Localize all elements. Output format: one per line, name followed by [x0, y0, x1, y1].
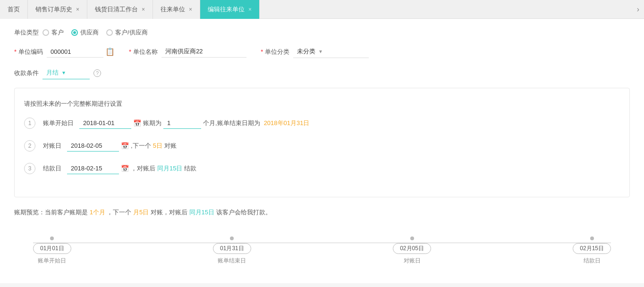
timeline-label-1: 账单结束日 [218, 257, 246, 265]
tab-partner-units-close[interactable]: × [189, 6, 192, 13]
tab-edit-partner[interactable]: 编辑往来单位 × [200, 0, 260, 19]
step-2-calendar-icon[interactable]: 📅 [121, 142, 129, 150]
step-3-calendar-icon[interactable]: 📅 [121, 165, 129, 172]
radio-supplier[interactable]: 供应商 [71, 28, 99, 37]
timeline: 01月01日 账单开始日 01月31日 账单结束日 02月05日 对账日 02月… [14, 227, 630, 270]
timeline-badge-1: 01月31日 [213, 243, 251, 254]
tab-home[interactable]: 首页 [0, 0, 28, 19]
payment-terms-arrow: ▾ [62, 69, 65, 76]
step-2-label: 对账日 [43, 142, 61, 150]
radio-customer-label: 客户 [51, 28, 64, 37]
step-3-row: 3 结款日 📅 ，对账后 同月15日 结款 [24, 163, 620, 174]
timeline-dot-2 [410, 236, 414, 240]
payment-terms-value: 月结 [46, 68, 59, 77]
unit-name-group: * 单位名称 [129, 46, 246, 58]
step-3-prefix: ，对账后 [131, 164, 155, 173]
step-3-num: 3 [24, 163, 35, 174]
radio-customer[interactable]: 客户 [42, 28, 64, 37]
unit-category-arrow: ▾ [319, 48, 322, 55]
radio-customer-circle [42, 29, 49, 36]
step-1-period-input[interactable] [163, 118, 201, 129]
timeline-node-0: 01月01日 账单开始日 [33, 236, 71, 265]
step-1-date-input[interactable] [79, 118, 131, 129]
unit-category-value: 未分类 [297, 47, 315, 56]
preview-mid: ，下一个 [107, 209, 131, 216]
unit-category-select[interactable]: 未分类 ▾ [293, 45, 369, 58]
timeline-label-2: 对账日 [404, 257, 421, 265]
radio-both-circle [106, 29, 113, 36]
timeline-label-3: 结款日 [584, 257, 601, 265]
step-3-date-input[interactable] [67, 163, 119, 174]
radio-both-label: 客户/供应商 [115, 28, 148, 37]
tab-home-label: 首页 [8, 5, 20, 14]
unit-code-icon[interactable]: 📋 [105, 47, 115, 56]
panel-title: 请按照未来的一个完整帐期进行设置 [24, 100, 620, 108]
tab-cash-workbench[interactable]: 钱货日清工作台 × [87, 0, 153, 19]
radio-both[interactable]: 客户/供应商 [106, 28, 148, 37]
step-3-label: 结款日 [43, 164, 61, 173]
main-content: 单位类型 客户 供应商 客户/供应商 * 单位编码 📋 * [0, 19, 644, 283]
tab-cash-workbench-close[interactable]: × [142, 6, 145, 13]
tab-partner-units[interactable]: 往来单位 × [153, 0, 200, 19]
step-3-suffix: 结款 [184, 164, 196, 173]
tab-partner-units-label: 往来单位 [161, 5, 185, 14]
timeline-line [33, 243, 611, 243]
step-2-suffix: 对账 [164, 142, 177, 150]
payment-terms-row: 收款条件 月结 ▾ ? [14, 67, 630, 79]
timeline-badge-0: 01月01日 [33, 243, 71, 254]
preview-text: 账期预览：当前客户账期是 1个月 ，下一个 月5日 对账，对账后 同月15日 该… [14, 207, 630, 218]
tab-sales-history-label: 销售订单历史 [35, 5, 72, 14]
step-1-num: 1 [24, 118, 35, 129]
unit-category-star: * [261, 48, 263, 55]
step-1-period-unit: 个月,账单结束日期为 [203, 119, 260, 127]
unit-category-label: 单位分类 [265, 48, 289, 56]
tab-edit-partner-close[interactable]: × [248, 6, 252, 13]
unit-type-row: 单位类型 客户 供应商 客户/供应商 [14, 28, 630, 37]
radio-supplier-label: 供应商 [80, 28, 99, 37]
timeline-dot-1 [230, 236, 234, 240]
timeline-label-0: 账单开始日 [38, 257, 66, 265]
settings-panel: 请按照未来的一个完整帐期进行设置 1 账单开始日 📅 账期为 个月,账单结束日期… [14, 88, 630, 197]
step-2-prefix: ,下一个 [131, 142, 151, 150]
step-1-row: 1 账单开始日 📅 账期为 个月,账单结束日期为 2018年01月31日 [24, 118, 620, 129]
tabs-bar: 首页 销售订单历史 × 钱货日清工作台 × 往来单位 × 编辑往来单位 × › [0, 0, 644, 19]
step-2-num: 2 [24, 140, 35, 152]
tab-edit-partner-label: 编辑往来单位 [208, 5, 245, 14]
radio-supplier-circle [71, 29, 78, 36]
timeline-badge-2: 02月05日 [393, 243, 431, 254]
step-2-date-input[interactable] [67, 140, 119, 152]
tab-sales-history-close[interactable]: × [76, 6, 79, 13]
tab-cash-workbench-label: 钱货日清工作台 [95, 5, 138, 14]
unit-code-group: * 单位编码 📋 [14, 46, 115, 58]
payment-terms-help[interactable]: ? [93, 69, 101, 77]
tab-sales-history[interactable]: 销售订单历史 × [28, 0, 87, 19]
timeline-badge-3: 02月15日 [573, 243, 611, 254]
preview-prefix: 账期预览：当前客户账期是 [14, 209, 88, 216]
unit-name-label: 单位名称 [133, 48, 158, 56]
code-name-category-row: * 单位编码 📋 * 单位名称 * 单位分类 未分类 ▾ [14, 45, 630, 58]
unit-type-radio-group: 客户 供应商 客户/供应商 [42, 28, 148, 37]
step-1-calendar-icon[interactable]: 📅 [133, 119, 141, 127]
unit-category-group: * 单位分类 未分类 ▾ [261, 45, 369, 58]
preview-mid2: 对账，对账后 [151, 209, 187, 216]
payment-terms-label: 收款条件 [14, 69, 39, 77]
timeline-node-2: 02月05日 对账日 [393, 236, 431, 265]
tab-overflow-arrow[interactable]: › [632, 5, 644, 14]
step-3-highlight: 同月15日 [157, 164, 182, 173]
timeline-dot-0 [50, 236, 54, 240]
unit-name-star: * [129, 48, 131, 55]
step-2-highlight: 5日 [153, 142, 162, 150]
timeline-node-3: 02月15日 结款日 [573, 236, 611, 265]
unit-name-input[interactable] [161, 46, 246, 58]
preview-payment: 同月15日 [189, 209, 214, 216]
payment-terms-select[interactable]: 月结 ▾ [42, 67, 90, 79]
unit-code-input[interactable] [47, 46, 103, 58]
step-2-row: 2 对账日 📅 ,下一个 5日 对账 [24, 140, 620, 152]
unit-code-star: * [14, 48, 17, 55]
unit-type-label: 单位类型 [14, 28, 39, 37]
step-1-period-label: 账期为 [143, 119, 161, 127]
timeline-dot-3 [590, 236, 594, 240]
unit-code-label: 单位编码 [18, 48, 43, 56]
preview-month: 1个月 [90, 209, 105, 216]
step-1-period-end: 2018年01月31日 [264, 119, 310, 127]
